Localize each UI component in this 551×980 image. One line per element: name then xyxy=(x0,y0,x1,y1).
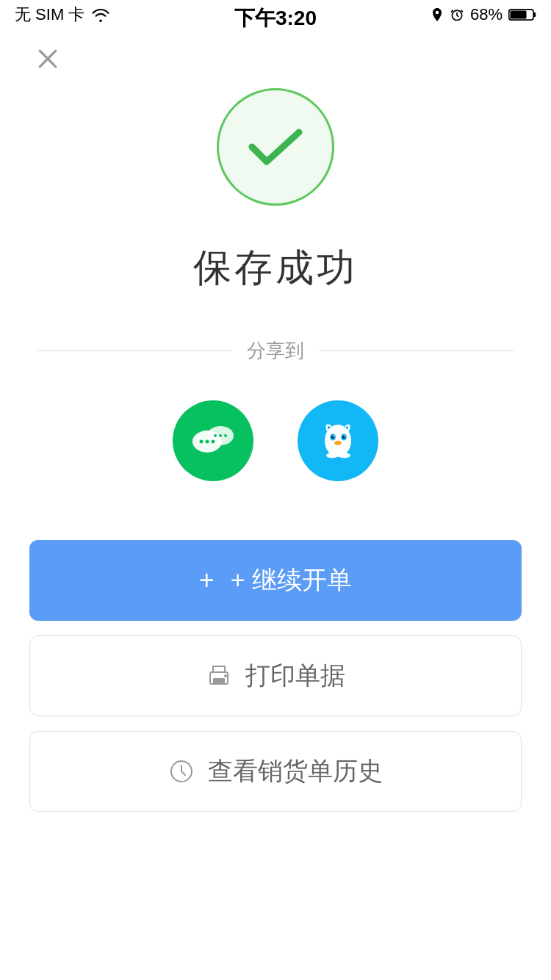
svg-point-27 xyxy=(224,674,227,677)
svg-point-20 xyxy=(333,436,334,437)
printer-icon xyxy=(206,663,232,689)
history-icon xyxy=(168,758,195,785)
svg-point-14 xyxy=(224,434,227,437)
location-icon xyxy=(431,7,444,23)
svg-rect-26 xyxy=(213,678,225,684)
no-sim-text: 无 SIM 卡 xyxy=(15,4,84,26)
checkmark-icon xyxy=(246,125,305,169)
status-left: 无 SIM 卡 xyxy=(15,4,111,26)
divider-left xyxy=(37,350,232,351)
close-button[interactable] xyxy=(29,40,66,77)
wechat-icon xyxy=(190,421,237,461)
qq-share-button[interactable] xyxy=(298,400,378,481)
alarm-icon xyxy=(450,7,464,23)
share-divider: 分享到 xyxy=(0,338,551,364)
svg-point-21 xyxy=(344,436,345,437)
continue-plus-icon: + xyxy=(199,565,215,596)
history-button[interactable]: 查看销货单历史 xyxy=(29,731,522,812)
svg-point-22 xyxy=(334,441,342,445)
qq-icon xyxy=(314,417,362,465)
share-label: 分享到 xyxy=(232,338,319,364)
close-icon xyxy=(35,46,61,72)
history-label: 查看销货单历史 xyxy=(208,754,383,788)
continue-button[interactable]: + + 继续开单 xyxy=(29,540,522,621)
share-icons xyxy=(173,400,378,481)
continue-label: + 继续开单 xyxy=(231,563,352,597)
print-label: 打印单据 xyxy=(245,659,345,693)
wifi-icon xyxy=(90,7,111,23)
battery-text: 68% xyxy=(470,5,503,24)
success-icon-container xyxy=(217,88,334,206)
print-button[interactable]: 打印单据 xyxy=(29,635,522,716)
status-right: 68% xyxy=(431,5,536,24)
svg-rect-4 xyxy=(510,10,526,18)
svg-point-10 xyxy=(205,439,209,443)
svg-point-9 xyxy=(199,439,203,443)
action-buttons: + + 继续开单 打印单据 查看销货单历史 xyxy=(0,540,551,812)
status-time: 下午3:20 xyxy=(234,4,317,32)
svg-point-11 xyxy=(211,439,215,443)
svg-rect-3 xyxy=(533,12,536,17)
status-bar: 无 SIM 卡 下午3:20 68% xyxy=(0,0,551,29)
battery-icon xyxy=(508,7,536,22)
main-content: 保存成功 分享到 xyxy=(0,29,551,812)
divider-right xyxy=(319,350,514,351)
wechat-share-button[interactable] xyxy=(173,400,253,481)
svg-point-24 xyxy=(339,453,350,458)
success-title: 保存成功 xyxy=(193,242,358,294)
svg-point-0 xyxy=(436,11,439,15)
svg-point-13 xyxy=(219,434,222,437)
svg-point-23 xyxy=(326,453,338,458)
svg-point-12 xyxy=(214,434,217,437)
